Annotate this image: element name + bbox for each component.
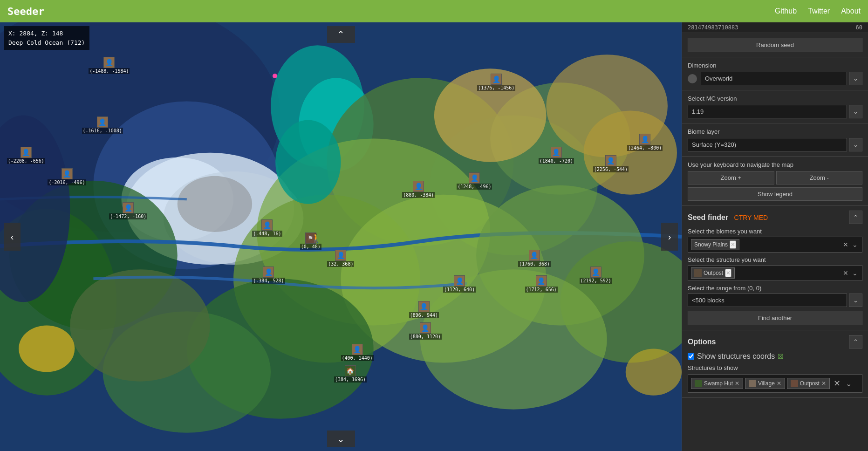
nav-about[interactable]: About <box>841 7 861 15</box>
select-range-label: Select the range from (0, 0) <box>688 285 862 292</box>
seed-finder-title: Seed finder <box>688 213 728 221</box>
biome-dropdown-open-btn[interactable]: ⌄ <box>851 241 859 248</box>
biome-layer-select[interactable]: Surface (Y=320) Cave Underground <box>688 138 847 151</box>
player-marker: 🚶 <box>310 232 320 242</box>
find-another-button[interactable]: Find another <box>688 311 862 325</box>
structure-marker[interactable]: 👤 (1376, -1456) <box>477 74 515 91</box>
structure-dropdown-open-btn[interactable]: ⌄ <box>851 269 859 277</box>
options-title: Options <box>688 338 716 346</box>
swamp-hut-marker[interactable]: 🏠 (384, 1696) <box>334 365 367 383</box>
options-collapse-btn[interactable]: ⌃ <box>849 335 862 348</box>
village-icon: 👤 <box>590 266 601 278</box>
structure-marker[interactable]: 👤 (2464, -800) <box>627 134 663 151</box>
seed-suffix: 60 <box>856 24 862 31</box>
range-select-row: <500 blocks <1000 blocks <2000 blocks ⌄ <box>688 294 862 307</box>
show-legend-button[interactable]: Show legend <box>688 187 862 201</box>
structure-marker[interactable]: 👤 (-2208, -656) <box>7 147 45 164</box>
structure-marker[interactable]: 👤 (2192, 592) <box>580 266 612 284</box>
map-container[interactable]: X: 2884, Z: 148 Deep Cold Ocean (712) ⌃ … <box>0 22 682 451</box>
structure-marker[interactable]: 👤 (-384, 528) <box>252 266 285 284</box>
structure-marker[interactable]: 👤 (400, 1440) <box>341 344 374 361</box>
mc-version-dropdown-btn[interactable]: ⌄ <box>849 105 862 118</box>
outpost-small-icon <box>694 269 702 277</box>
keyboard-hint: Use your keyboard to navigate the map <box>688 161 862 168</box>
range-dropdown-btn[interactable]: ⌄ <box>849 294 862 307</box>
structures-tags-container: Swamp Hut ✕ Village ✕ Outpost ✕ ✕ ⌄ <box>688 374 862 393</box>
nav-github[interactable]: Github <box>775 7 797 15</box>
village-icon: 👤 <box>103 57 115 68</box>
range-select[interactable]: <500 blocks <1000 blocks <2000 blocks <box>688 294 847 307</box>
app-header: Seeder Github Twitter About <box>0 0 868 22</box>
nav-twitter[interactable]: Twitter <box>808 7 830 15</box>
random-seed-button[interactable]: Random seed <box>688 38 862 52</box>
options-header[interactable]: Options ⌃ <box>688 335 862 348</box>
structure-marker[interactable]: 👤 (-1472, -160) <box>109 202 147 219</box>
zoom-in-button[interactable]: Zoom + <box>688 171 774 184</box>
structure-marker[interactable]: 👤 (1760, 368) <box>518 250 551 267</box>
nav-right-button[interactable]: › <box>661 223 678 251</box>
nav-left-button[interactable]: ‹ <box>4 223 21 251</box>
mc-version-select[interactable]: 1.19 1.18 1.17 1.16 <box>688 105 847 118</box>
svg-point-22 <box>70 269 210 381</box>
seed-finder-collapse-btn[interactable]: ⌃ <box>849 211 862 224</box>
svg-point-14 <box>584 110 677 194</box>
village-icon: 👤 <box>62 168 73 179</box>
swamp-hut-pill: Swamp Hut ✕ <box>691 378 743 389</box>
biome-layer-select-row: Surface (Y=320) Cave Underground ⌄ <box>688 138 862 151</box>
options-section: Options ⌃ Show structures coords ☒ Struc… <box>682 330 868 398</box>
seed-finder-header[interactable]: Seed finder CTRY MED ⌃ <box>688 211 862 224</box>
structure-marker[interactable]: 👤 (1712, 656) <box>525 275 558 293</box>
mc-version-select-row: 1.19 1.18 1.17 1.16 ⌄ <box>688 105 862 118</box>
clear-structure-btn[interactable]: ✕ <box>841 269 850 277</box>
add-structure-btn[interactable]: ✕ <box>832 377 842 390</box>
biome-layer-section: Biome layer Surface (Y=320) Cave Undergr… <box>682 123 868 157</box>
village-icon: 👤 <box>469 172 480 184</box>
structure-marker[interactable]: 👤 (880, -384) <box>402 181 435 198</box>
checkbox-checked-indicator: ☒ <box>778 353 784 360</box>
dimension-select[interactable]: Overworld Nether End <box>701 72 847 85</box>
mc-version-label: Select MC version <box>688 95 862 102</box>
structure-marker[interactable]: 👤 (-1616, -1008) <box>82 116 123 134</box>
remove-swamp-hut-btn[interactable]: ✕ <box>735 380 739 387</box>
select-biomes-label: Select the biomes you want <box>688 228 862 235</box>
biome-layer-label: Biome layer <box>688 128 862 135</box>
village-icon: 👤 <box>454 275 465 287</box>
structure-marker[interactable]: 👤 (1120, 640) <box>443 275 476 293</box>
village-icon: 👤 <box>420 322 431 334</box>
structure-marker[interactable]: 👤 (2256, -544) <box>593 155 629 172</box>
coord-biome: Deep Cold Ocean (712) <box>8 38 85 48</box>
structure-marker[interactable]: 👤 (880, 1120) <box>409 322 442 340</box>
remove-outpost-btn[interactable]: ✕ <box>821 380 826 387</box>
seed-value: 281474983710883 <box>688 24 738 31</box>
structures-dropdown-btn[interactable]: ⌄ <box>844 379 853 388</box>
structure-marker[interactable]: 👤 (896, 944) <box>409 301 439 318</box>
clear-biomes-btn[interactable]: ✕ <box>841 241 850 248</box>
remove-structure-tag-btn[interactable]: ✕ <box>725 269 731 277</box>
village-icon: 👤 <box>352 344 363 355</box>
biome-layer-dropdown-btn[interactable]: ⌄ <box>849 138 862 151</box>
nav-down-button[interactable]: ⌄ <box>327 430 355 447</box>
structure-marker[interactable]: 👤 (-2016, -496) <box>48 168 86 185</box>
svg-point-27 <box>19 325 75 372</box>
remove-biome-tag-btn[interactable]: ✕ <box>730 240 736 249</box>
dimension-section: Dimension Overworld Nether End ⌄ <box>682 57 868 90</box>
structure-marker[interactable]: 👤 (-448, 16) <box>252 219 282 237</box>
village-icon: 👤 <box>418 301 430 312</box>
dimension-dropdown-btn[interactable]: ⌄ <box>849 72 862 85</box>
village-icon: 👤 <box>639 134 650 145</box>
navigation-section: Use your keyboard to navigate the map Zo… <box>682 157 868 206</box>
village-icon: 👤 <box>551 147 562 158</box>
show-coords-checkbox[interactable] <box>688 353 694 360</box>
structure-marker[interactable]: 👤 (32, 368) <box>327 250 354 267</box>
nav-up-button[interactable]: ⌃ <box>327 26 355 43</box>
village-icon: 👤 <box>21 147 32 158</box>
zoom-out-button[interactable]: Zoom - <box>776 171 863 184</box>
village-icon: 👤 <box>335 250 346 261</box>
app-logo: Seeder <box>7 6 44 17</box>
structure-marker[interactable]: 👤 (-1488, -1584) <box>89 57 130 74</box>
structure-marker[interactable]: 👤 (1840, -720) <box>539 147 574 164</box>
svg-point-29 <box>275 120 341 204</box>
structure-marker[interactable]: 👤 (1248, -496) <box>457 172 492 190</box>
remove-village-btn[interactable]: ✕ <box>777 380 781 387</box>
outpost-pill: Outpost ✕ <box>787 378 830 389</box>
